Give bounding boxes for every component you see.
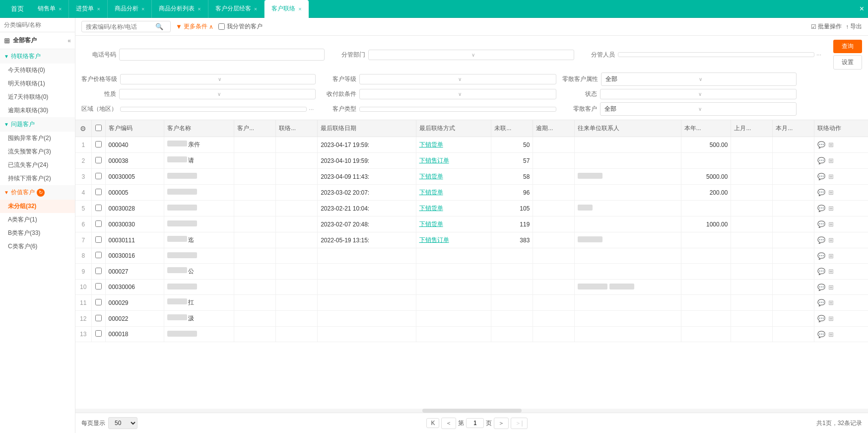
sidebar-item-declining[interactable]: 持续下滑客户(2) <box>0 172 75 185</box>
contact-icon[interactable]: 💬 <box>817 220 825 228</box>
filter-dept-select[interactable]: ∨ <box>368 50 574 60</box>
more-action-icon[interactable]: ⊞ <box>828 252 834 260</box>
filter-retail-attr-select[interactable]: 全部 ∨ <box>601 72 797 86</box>
tab-customer-segment[interactable]: 客户分层经客 × <box>208 0 265 18</box>
row-checkbox[interactable] <box>95 315 102 321</box>
more-action-icon[interactable]: ⊞ <box>828 315 834 322</box>
contact-icon[interactable]: 💬 <box>817 315 825 322</box>
contact-icon[interactable]: 💬 <box>817 268 825 275</box>
filter-phone-input[interactable] <box>119 49 325 61</box>
close-icon[interactable]: × <box>59 6 62 12</box>
more-action-icon[interactable]: ⊞ <box>828 173 834 180</box>
filter-payment-select[interactable]: ∨ <box>359 89 556 99</box>
sidebar-search-input[interactable] <box>4 21 75 28</box>
close-icon[interactable]: × <box>298 6 301 12</box>
contact-way-link[interactable]: 下销货单 <box>419 189 443 196</box>
contact-way-link[interactable]: 下销货单 <box>419 220 443 227</box>
th-checkbox[interactable] <box>91 120 105 137</box>
row-checkbox[interactable] <box>95 141 102 147</box>
row-checkbox-cell[interactable] <box>91 137 105 153</box>
filter-customer-level-select[interactable]: ∨ <box>359 74 556 84</box>
more-action-icon[interactable]: ⊞ <box>828 284 834 291</box>
more-filter-button[interactable]: ▼ 更多条件 ∧ <box>176 22 213 31</box>
batch-operation-button[interactable]: ☑ 批量操作 <box>811 22 842 31</box>
close-icon[interactable]: × <box>141 6 144 12</box>
th-settings[interactable]: ⚙ <box>75 120 91 137</box>
row-checkbox-cell[interactable] <box>91 169 105 185</box>
row-checkbox[interactable] <box>95 299 102 305</box>
contact-icon[interactable]: 💬 <box>817 205 825 212</box>
contact-icon[interactable]: 💬 <box>817 284 825 291</box>
row-checkbox-cell[interactable] <box>91 185 105 201</box>
tab-customer-contact[interactable]: 客户联络 × <box>265 0 308 18</box>
more-action-icon[interactable]: ⊞ <box>828 299 834 306</box>
sidebar-group-pending[interactable]: ▼ 待联络客户 <box>0 49 75 64</box>
contact-icon[interactable]: 💬 <box>817 252 825 260</box>
more-action-icon[interactable]: ⊞ <box>828 268 834 275</box>
more-action-icon[interactable]: ⊞ <box>828 141 834 148</box>
sidebar-item-today[interactable]: 今天待联络(0) <box>0 64 75 77</box>
tab-product-analysis[interactable]: 商品分析 × <box>108 0 152 18</box>
my-customer-checkbox-label[interactable]: 我分管的客户 <box>218 22 263 31</box>
contact-way-link[interactable]: 下销售订单 <box>419 236 449 243</box>
tab-sales-order[interactable]: 销售单 × <box>31 0 69 18</box>
close-all-icon[interactable]: × <box>860 4 864 13</box>
first-page-button[interactable]: K <box>426 418 439 428</box>
row-checkbox-cell[interactable] <box>91 232 105 248</box>
filter-price-level-select[interactable]: ∨ <box>120 74 316 84</box>
row-checkbox[interactable] <box>95 189 102 195</box>
sidebar-item-a-class[interactable]: A类客户(1) <box>0 213 75 226</box>
my-customer-checkbox[interactable] <box>218 23 225 30</box>
row-checkbox[interactable] <box>95 252 102 258</box>
row-checkbox[interactable] <box>95 205 102 211</box>
filter-manager-select[interactable] <box>618 52 814 57</box>
tab-product-analysis-list[interactable]: 商品分析列表 × <box>152 0 208 18</box>
sidebar-item-c-class[interactable]: C类客户(6) <box>0 240 75 253</box>
export-button[interactable]: ↑ 导出 <box>846 22 862 31</box>
row-checkbox[interactable] <box>95 268 102 274</box>
more-icon[interactable]: ··· <box>309 106 314 113</box>
page-input[interactable] <box>466 418 484 428</box>
close-icon[interactable]: × <box>97 6 100 12</box>
contact-icon[interactable]: 💬 <box>817 157 825 164</box>
sidebar-item-churn-warning[interactable]: 流失预警客户(3) <box>0 145 75 158</box>
more-options-icon[interactable]: ··· <box>816 51 821 58</box>
more-action-icon[interactable]: ⊞ <box>828 205 834 212</box>
row-checkbox-cell[interactable] <box>91 295 105 311</box>
contact-way-link[interactable]: 下销货单 <box>419 173 443 180</box>
filter-retail-select[interactable]: 全部 ∨ <box>600 102 797 116</box>
sidebar-item-churned[interactable]: 已流失客户(24) <box>0 158 75 172</box>
sidebar-all-customers[interactable]: ⊞ 全部客户 « <box>0 32 75 49</box>
filter-region-select[interactable] <box>120 107 307 112</box>
horizontal-scrollbar[interactable] <box>75 409 868 413</box>
row-checkbox-cell[interactable] <box>91 216 105 232</box>
more-action-icon[interactable]: ⊞ <box>828 331 834 338</box>
row-checkbox-cell[interactable] <box>91 311 105 327</box>
contact-way-link[interactable]: 下销货单 <box>419 141 443 148</box>
prev-page-button[interactable]: ＜ <box>441 418 456 429</box>
settings-icon[interactable]: ⚙ <box>80 125 86 133</box>
row-checkbox-cell[interactable] <box>91 264 105 280</box>
home-tab[interactable]: 首页 <box>4 4 31 13</box>
sidebar-item-abnormal[interactable]: 囤购异常客户(2) <box>0 132 75 145</box>
close-icon[interactable]: × <box>198 6 200 12</box>
row-checkbox[interactable] <box>95 330 102 337</box>
contact-icon[interactable]: 💬 <box>817 141 825 148</box>
contact-icon[interactable]: 💬 <box>817 236 825 244</box>
more-action-icon[interactable]: ⊞ <box>828 220 834 228</box>
contact-way-link[interactable]: 下销货单 <box>419 205 443 212</box>
sidebar-item-ungroup[interactable]: 未分组(32) <box>0 200 75 213</box>
tab-purchase-order[interactable]: 进货单 × <box>69 0 107 18</box>
more-action-icon[interactable]: ⊞ <box>828 157 834 164</box>
row-checkbox-cell[interactable] <box>91 201 105 216</box>
contact-icon[interactable]: 💬 <box>817 331 825 338</box>
contact-icon[interactable]: 💬 <box>817 299 825 306</box>
row-checkbox-cell[interactable] <box>91 280 105 295</box>
sidebar-item-overdue[interactable]: 逾期未联络(30) <box>0 104 75 117</box>
row-checkbox-cell[interactable] <box>91 153 105 169</box>
scrollbar-thumb[interactable] <box>422 409 522 413</box>
last-page-button[interactable]: ＞| <box>511 418 527 429</box>
next-page-button[interactable]: ＞ <box>494 418 509 429</box>
close-icon[interactable]: × <box>254 6 257 12</box>
filter-status-select[interactable]: ∨ <box>600 89 797 99</box>
